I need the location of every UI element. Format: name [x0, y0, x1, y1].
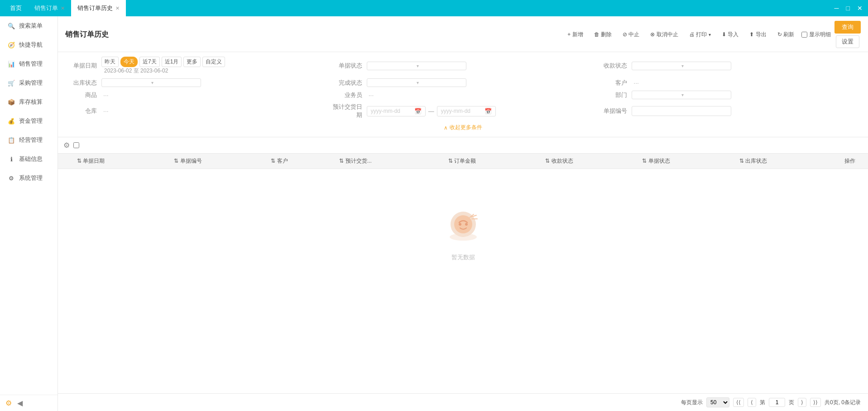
order-status-label: 单据状态 — [331, 62, 367, 70]
date-label: 单据日期 — [65, 62, 101, 70]
date-btn-more[interactable]: 更多 — [183, 57, 201, 67]
date-btn-7days[interactable]: 近7天 — [139, 57, 160, 67]
total-records-label: 共0页, 0条记录 — [825, 399, 861, 406]
tab-sales-order[interactable]: 销售订单 ✕ — [28, 0, 71, 16]
cancel-stop-button[interactable]: ⊗ 取消中止 — [647, 29, 681, 40]
filter-expected-date: 预计交货日期 yyyy-mm-dd 📅 — yyyy-mm-dd 📅 — [331, 103, 596, 119]
date-btn-custom[interactable]: 自定义 — [202, 57, 225, 67]
th-checkbox — [58, 154, 72, 169]
department-select[interactable]: ▾ — [632, 91, 731, 99]
salesperson-select-btn[interactable]: ··· — [367, 92, 376, 99]
sidebar: 🔍 搜索菜单 🧭 快捷导航 📊 销售管理 🛒 采购管理 📦 库存核算 💰 资金管… — [0, 16, 58, 411]
sidebar-item-sales[interactable]: 📊 销售管理 — [0, 54, 58, 73]
filter-salesperson: 业务员 ··· — [331, 91, 596, 99]
pagination-bar: 每页显示 50 10 20 100 ⟨⟨ ⟨ 第 页 ⟩ ⟩⟩ 共0页, 0条记… — [58, 393, 868, 411]
date-btn-yesterday[interactable]: 昨天 — [101, 57, 119, 67]
topbar-right: ─ □ ✕ — [833, 5, 864, 12]
calendar-end-icon: 📅 — [484, 108, 492, 115]
collapse-filter-btn[interactable]: ∧ 收起更多条件 — [444, 123, 482, 132]
product-select-btn[interactable]: ··· — [101, 92, 110, 99]
page-number-input[interactable] — [769, 398, 785, 407]
filter-complete-status: 完成状态 ▾ — [331, 78, 596, 87]
delivery-status-select[interactable]: ▾ — [101, 78, 201, 87]
sidebar-collapse-icon[interactable]: ◀ — [17, 399, 23, 407]
close-button[interactable]: ✕ — [855, 5, 864, 12]
order-number-input[interactable] — [632, 106, 731, 116]
tab-bar: 首页 销售订单 ✕ 销售订单历史 ✕ — [4, 0, 833, 16]
order-status-arrow: ▾ — [417, 63, 462, 68]
product-label: 商品 — [65, 91, 101, 99]
sidebar-item-purchase[interactable]: 🛒 采购管理 — [0, 73, 58, 92]
first-page-button[interactable]: ⟨⟨ — [733, 398, 744, 407]
sidebar-item-basic-info[interactable]: ℹ 基础信息 — [0, 150, 58, 169]
complete-status-label: 完成状态 — [331, 79, 367, 87]
salesperson-label: 业务员 — [331, 91, 367, 99]
th-date[interactable]: ⇅ 单据日期 — [72, 154, 169, 169]
system-icon: ⚙ — [7, 174, 15, 182]
empty-illustration — [443, 205, 484, 246]
page-size-select[interactable]: 50 10 20 100 — [706, 397, 729, 407]
date-btn-1month[interactable]: 近1月 — [162, 57, 182, 67]
minimize-button[interactable]: ─ — [833, 5, 841, 12]
toolbar: + 新增 🗑 删除 ⊘ 中止 ⊗ 取消中止 🖨 打印 ▾ ⬇ 导入 ⬆ 导出 ↻… — [564, 21, 861, 48]
table-settings-icon[interactable]: ⚙ — [63, 141, 70, 150]
print-button[interactable]: 🖨 打印 ▾ — [686, 29, 715, 40]
sidebar-settings-icon[interactable]: ⚙ — [5, 399, 12, 407]
chart-icon: 📊 — [7, 60, 15, 68]
th-delivery-status[interactable]: ⇅ 出库状态 — [735, 154, 832, 169]
sidebar-item-management[interactable]: 📋 经营管理 — [0, 131, 58, 150]
new-button[interactable]: + 新增 — [564, 29, 586, 40]
refresh-button[interactable]: ↻ 刷新 — [774, 29, 798, 40]
maximize-button[interactable]: □ — [844, 5, 852, 12]
manage-icon: 📋 — [7, 136, 15, 144]
expected-date-end[interactable]: yyyy-mm-dd 📅 — [437, 106, 496, 116]
filter-row-1: 单据日期 昨天 今天 近7天 近1月 更多 自定义 2023-06-02 至 2… — [65, 57, 861, 75]
filter-customer: 客户 ··· — [595, 79, 861, 87]
date-range-display: 2023-06-02 至 2023-06-02 — [104, 67, 225, 75]
sidebar-item-system[interactable]: ⚙ 系统管理 — [0, 169, 58, 188]
th-amount[interactable]: ⇅ 订单金额 — [444, 154, 541, 169]
order-status-select[interactable]: ▾ — [367, 62, 466, 70]
customer-select-btn[interactable]: ··· — [632, 79, 641, 87]
tab-home[interactable]: 首页 — [4, 0, 28, 16]
date-btn-today[interactable]: 今天 — [120, 57, 138, 67]
next-page-button[interactable]: ⟩ — [798, 398, 806, 407]
delete-button[interactable]: 🗑 删除 — [590, 29, 615, 40]
th-number[interactable]: ⇅ 单据编号 — [169, 154, 266, 169]
page-size-label: 每页显示 — [681, 399, 703, 406]
export-button[interactable]: ⬆ 导出 — [746, 29, 770, 40]
th-customer[interactable]: ⇅ 客户 — [266, 154, 335, 169]
complete-status-select[interactable]: ▾ — [367, 78, 466, 87]
th-order-status[interactable]: ⇅ 单据状态 — [638, 154, 734, 169]
sidebar-item-quick-nav[interactable]: 🧭 快捷导航 — [0, 35, 58, 54]
query-button[interactable]: 查询 — [834, 21, 861, 34]
customer-label: 客户 — [595, 79, 632, 87]
th-expected-date[interactable]: ⇅ 预计交货... — [335, 154, 444, 169]
box-icon: 📦 — [7, 98, 15, 106]
expected-date-start[interactable]: yyyy-mm-dd 📅 — [367, 106, 426, 116]
sidebar-item-search[interactable]: 🔍 搜索菜单 — [0, 16, 58, 35]
delivery-status-arrow: ▾ — [151, 80, 197, 85]
close-tab-sales-order-history[interactable]: ✕ — [115, 5, 120, 11]
warehouse-select-btn[interactable]: ··· — [101, 107, 110, 115]
th-payment-status[interactable]: ⇅ 收款状态 — [541, 154, 638, 169]
payment-status-select[interactable]: ▾ — [632, 62, 731, 70]
last-page-button[interactable]: ⟩⟩ — [810, 398, 821, 407]
svg-point-4 — [465, 223, 468, 226]
sidebar-item-finance[interactable]: 💰 资金管理 — [0, 111, 58, 131]
settings-button[interactable]: 设置 — [836, 35, 859, 48]
display-toggle[interactable]: 显示明细 — [801, 31, 831, 39]
compass-icon: 🧭 — [7, 41, 15, 49]
chevron-up-icon: ∧ — [444, 125, 448, 131]
import-button[interactable]: ⬇ 导入 — [718, 29, 742, 40]
display-toggle-checkbox[interactable] — [801, 32, 807, 38]
tab-sales-order-history[interactable]: 销售订单历史 ✕ — [71, 0, 126, 16]
sidebar-item-inventory[interactable]: 📦 库存核算 — [0, 92, 58, 111]
prev-page-button[interactable]: ⟨ — [748, 398, 756, 407]
stop-button[interactable]: ⊘ 中止 — [619, 29, 643, 40]
filter-row-3: 商品 ··· 业务员 ··· 部门 ▾ — [65, 91, 861, 99]
date-buttons: 昨天 今天 近7天 近1月 更多 自定义 — [101, 57, 225, 67]
select-all-checkbox[interactable] — [73, 142, 79, 148]
close-tab-sales-order[interactable]: ✕ — [61, 5, 65, 11]
top-bar: 首页 销售订单 ✕ 销售订单历史 ✕ ─ □ ✕ — [0, 0, 868, 16]
